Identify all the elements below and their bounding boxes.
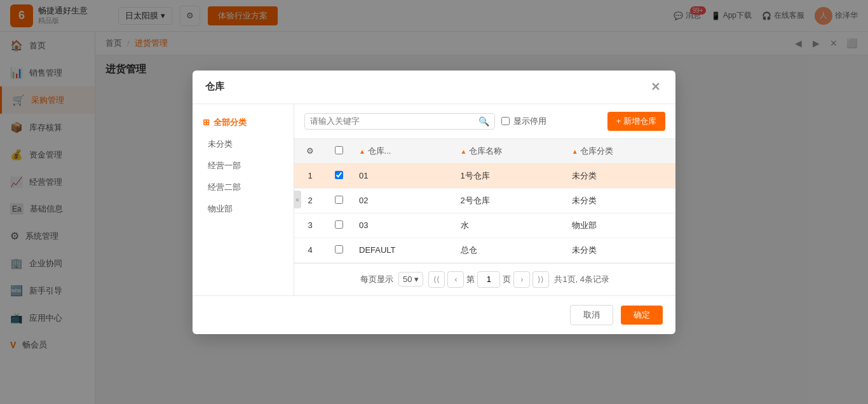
warehouse-modal: 仓库 ✕ ⊞ 全部分类 未分类 经营一部 经营二部 (193, 71, 675, 334)
modal-overlay: 仓库 ✕ ⊞ 全部分类 未分类 经营一部 经营二部 (0, 0, 868, 404)
row-name-cell: 水 (453, 213, 564, 238)
search-box: 🔍 (304, 113, 495, 130)
table-row[interactable]: 1 01 1号仓库 未分类 (294, 163, 675, 188)
row-category-cell: 物业部 (564, 213, 675, 238)
page-size-value: 50 (403, 274, 412, 284)
col-header-code: ▲ 仓库... (351, 139, 453, 164)
total-text: 共1页, 4条记录 (554, 274, 609, 285)
sort-icon-category: ▲ (572, 148, 578, 155)
table-row[interactable]: 4 DEFAULT 总仓 未分类 (294, 238, 675, 262)
chevron-down-page-icon: ▾ (414, 274, 419, 284)
modal-body: ⊞ 全部分类 未分类 经营一部 经营二部 物业部 « (193, 104, 675, 295)
row-code-cell: 02 (351, 188, 453, 213)
show-disabled-checkbox[interactable] (501, 117, 510, 125)
page-number-input[interactable] (477, 271, 500, 288)
grid-icon: ⊞ (203, 118, 210, 127)
row-checkbox[interactable] (335, 245, 343, 253)
page-label: 第 (466, 274, 475, 285)
row-code-cell: 01 (351, 163, 453, 188)
search-input[interactable] (310, 116, 478, 126)
sort-icon-code: ▲ (359, 148, 365, 155)
settings-col-icon: ⚙ (306, 146, 314, 156)
row-check-cell (326, 163, 351, 188)
row-check-cell (326, 238, 351, 262)
category-item-ops1[interactable]: 经营一部 (193, 155, 294, 177)
row-name-cell: 总仓 (453, 238, 564, 262)
row-category-cell: 未分类 (564, 163, 675, 188)
col-header-settings: ⚙ (294, 139, 326, 164)
row-no-cell: 3 (294, 213, 326, 238)
table-row[interactable]: 2 02 2号仓库 未分类 (294, 188, 675, 213)
modal-toolbar: 🔍 显示停用 + 新增仓库 (294, 104, 675, 139)
row-code-cell: DEFAULT (351, 238, 453, 262)
row-check-cell (326, 188, 351, 213)
row-checkbox[interactable] (335, 196, 343, 204)
add-warehouse-button[interactable]: + 新增仓库 (607, 112, 665, 131)
row-name-cell: 2号仓库 (453, 188, 564, 213)
row-no-cell: 1 (294, 163, 326, 188)
prev-page-button[interactable]: ‹ (447, 271, 464, 288)
all-category-label: 全部分类 (214, 117, 247, 128)
all-category-header[interactable]: ⊞ 全部分类 (193, 112, 294, 133)
col-header-check (326, 139, 351, 164)
category-item-ops2[interactable]: 经营二部 (193, 177, 294, 198)
modal-title: 仓库 (205, 81, 224, 93)
pagination: 每页显示 50 ▾ ⟨⟨ ‹ 第 页 › ⟩⟩ 共1页, 4条记录 (294, 263, 675, 295)
row-category-cell: 未分类 (564, 188, 675, 213)
cancel-button[interactable]: 取消 (570, 305, 613, 325)
modal-footer: 取消 确定 (193, 295, 675, 334)
col-header-category: ▲ 仓库分类 (564, 139, 675, 164)
show-disabled-toggle[interactable]: 显示停用 (501, 116, 546, 127)
row-checkbox[interactable] (335, 171, 343, 179)
warehouse-table: ⚙ ▲ 仓库... ▲ (294, 139, 675, 263)
row-name-cell: 1号仓库 (453, 163, 564, 188)
row-no-cell: 4 (294, 238, 326, 262)
row-check-cell (326, 213, 351, 238)
category-panel: ⊞ 全部分类 未分类 经营一部 经营二部 物业部 « (193, 104, 294, 295)
collapse-panel-button[interactable]: « (294, 191, 301, 208)
page-navigation: ⟨⟨ ‹ 第 页 › ⟩⟩ (428, 271, 549, 288)
search-icon[interactable]: 🔍 (478, 116, 489, 126)
table-header-row: ⚙ ▲ 仓库... ▲ (294, 139, 675, 164)
table-row[interactable]: 3 03 水 物业部 (294, 213, 675, 238)
row-category-cell: 未分类 (564, 238, 675, 262)
next-page-button[interactable]: › (513, 271, 530, 288)
page-unit: 页 (503, 274, 511, 285)
confirm-button[interactable]: 确定 (621, 306, 663, 325)
row-code-cell: 03 (351, 213, 453, 238)
select-all-checkbox[interactable] (335, 146, 343, 154)
sort-icon-name: ▲ (461, 148, 467, 155)
row-checkbox[interactable] (335, 220, 343, 229)
category-item-property[interactable]: 物业部 (193, 198, 294, 220)
modal-close-button[interactable]: ✕ (648, 79, 663, 95)
page-size-selector[interactable]: 50 ▾ (398, 272, 423, 286)
table-panel: 🔍 显示停用 + 新增仓库 ⚙ (294, 104, 675, 295)
category-item-uncategorized[interactable]: 未分类 (193, 133, 294, 155)
first-page-button[interactable]: ⟨⟨ (428, 271, 445, 288)
modal-header: 仓库 ✕ (193, 71, 675, 104)
last-page-button[interactable]: ⟩⟩ (532, 271, 549, 288)
col-header-name: ▲ 仓库名称 (453, 139, 564, 164)
show-disabled-label: 显示停用 (513, 116, 546, 127)
page-size-label: 每页显示 (360, 274, 393, 285)
